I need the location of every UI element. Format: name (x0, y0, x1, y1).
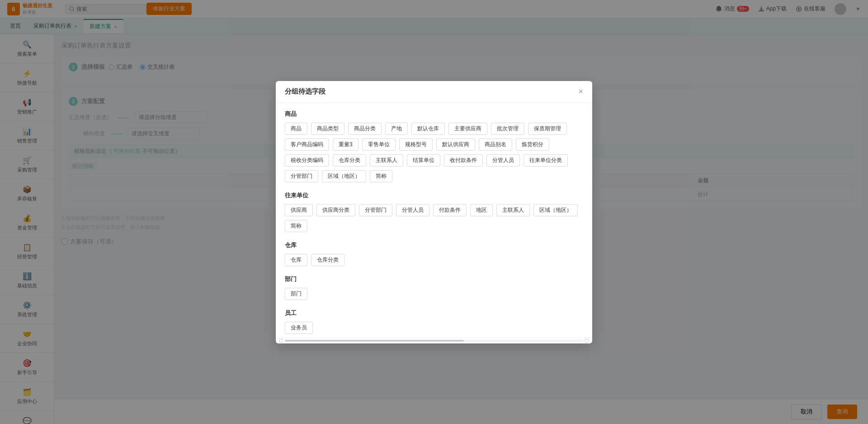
category-staff-title: 员工 (285, 309, 583, 317)
field-tag[interactable]: 批次管理 (491, 123, 524, 135)
field-tag[interactable]: 分管人员 (396, 204, 429, 216)
category-staff: 员工 业务员 (285, 309, 583, 334)
h-scrollbar-track[interactable] (285, 340, 583, 342)
field-tag[interactable]: 业务员 (285, 322, 313, 334)
modal-body: 商品 商品 商品类型 商品分类 产地 默认仓库 主要供应商 批次管理 保质期管理… (276, 103, 592, 338)
category-warehouse-title: 仓库 (285, 241, 583, 249)
modal-header: 分组待选字段 × (276, 81, 592, 103)
field-tag[interactable]: 重量3 (333, 138, 359, 151)
field-tag[interactable]: 规格型号 (399, 138, 433, 151)
field-tag[interactable]: 仓库分类 (311, 254, 344, 266)
category-dept-title: 部门 (285, 275, 583, 283)
category-partner-tags: 供应商 供应商分类 分管部门 分管人员 付款条件 地区 主联系人 区域（地区） … (285, 204, 583, 232)
field-tag[interactable]: 仓库分类 (333, 154, 366, 167)
modal-overlay: 分组待选字段 × 商品 商品 商品类型 商品分类 产地 默认仓库 主要供应商 批… (0, 0, 868, 424)
field-select-modal: 分组待选字段 × 商品 商品 商品类型 商品分类 产地 默认仓库 主要供应商 批… (276, 81, 592, 343)
field-tag[interactable]: 供应商 (285, 204, 313, 216)
category-staff-tags: 业务员 (285, 322, 583, 334)
field-tag[interactable]: 供应商分类 (316, 204, 355, 216)
field-tag[interactable]: 保质期管理 (528, 123, 567, 135)
field-tag[interactable]: 主联系人 (496, 204, 530, 216)
field-tag[interactable]: 仓库 (285, 254, 307, 266)
field-tag[interactable]: 简称 (370, 170, 392, 182)
category-goods-title: 商品 (285, 110, 583, 118)
field-tag[interactable]: 商品分类 (348, 123, 382, 135)
field-tag[interactable]: 零售单位 (362, 138, 396, 151)
field-tag[interactable]: 产地 (385, 123, 408, 135)
field-tag[interactable]: 炼货积分 (516, 138, 549, 151)
field-tag[interactable]: 付款条件 (433, 204, 467, 216)
category-partner: 往来单位 供应商 供应商分类 分管部门 分管人员 付款条件 地区 主联系人 区域… (285, 191, 583, 232)
field-tag[interactable]: 默认供应商 (436, 138, 475, 151)
modal-title: 分组待选字段 (285, 87, 326, 96)
field-tag[interactable]: 简称 (285, 220, 307, 232)
category-warehouse: 仓库 仓库 仓库分类 (285, 241, 583, 266)
category-goods-tags: 商品 商品类型 商品分类 产地 默认仓库 主要供应商 批次管理 保质期管理 客户… (285, 123, 583, 182)
field-tag[interactable]: 区域（地区） (533, 204, 578, 216)
field-tag[interactable]: 区域（地区） (322, 170, 366, 182)
h-scrollbar-thumb (285, 340, 464, 342)
category-goods: 商品 商品 商品类型 商品分类 产地 默认仓库 主要供应商 批次管理 保质期管理… (285, 110, 583, 182)
h-scroll-left[interactable] (279, 339, 283, 343)
category-dept: 部门 部门 (285, 275, 583, 300)
modal-footer-bar (276, 338, 592, 343)
field-tag[interactable]: 往来单位分类 (524, 154, 568, 167)
field-tag[interactable]: 主联系人 (370, 154, 403, 167)
category-partner-title: 往来单位 (285, 191, 583, 200)
category-dept-tags: 部门 (285, 288, 583, 300)
field-tag[interactable]: 主要供应商 (448, 123, 487, 135)
field-tag[interactable]: 分管人员 (486, 154, 520, 167)
field-tag[interactable]: 部门 (285, 288, 307, 300)
modal-close-btn[interactable]: × (578, 87, 583, 95)
field-tag[interactable]: 商品别名 (479, 138, 512, 151)
field-tag[interactable]: 商品 (285, 123, 307, 135)
field-tag[interactable]: 收付款条件 (444, 154, 483, 167)
field-tag[interactable]: 默认仓库 (411, 123, 445, 135)
field-tag[interactable]: 分管部门 (285, 170, 318, 182)
field-tag[interactable]: 分管部门 (359, 204, 392, 216)
field-tag[interactable]: 客户商品编码 (285, 138, 329, 151)
field-tag[interactable]: 结算单位 (407, 154, 440, 167)
category-warehouse-tags: 仓库 仓库分类 (285, 254, 583, 266)
h-scroll-right[interactable] (585, 339, 589, 343)
field-tag[interactable]: 地区 (470, 204, 493, 216)
field-tag[interactable]: 商品类型 (311, 123, 344, 135)
field-tag[interactable]: 税收分类编码 (285, 154, 329, 167)
